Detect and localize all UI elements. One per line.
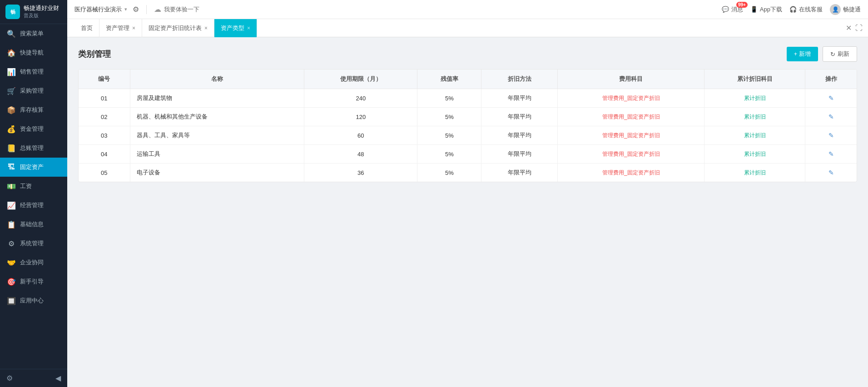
tab-assettype[interactable]: 资产类型× [214,19,257,37]
company-selector[interactable]: 医疗器械行业演示 ▾ [74,5,127,14]
edit-icon[interactable]: ✎ [828,94,834,102]
collapse-icon[interactable]: ◀ [55,374,61,382]
cell-name: 电子设备 [130,164,304,182]
cell-expense: 管理费用_固定资产折旧 [558,126,704,145]
sidebar-item-payroll[interactable]: 💵 工资 [0,177,67,196]
cell-code: 04 [79,145,130,164]
sidebar-item-fixed[interactable]: 🏗 固定资产 [0,158,67,177]
sidebar-item-system[interactable]: ⚙ 系统管理 [0,234,67,253]
user-menu[interactable]: 👤 畅捷通 [830,4,861,15]
messages-button[interactable]: 💬 消息 99+ [722,5,743,14]
sidebar-label-guide: 新手引导 [20,278,44,286]
tab-close-depreciation[interactable]: × [204,25,208,31]
guide-icon: 🎯 [7,278,15,286]
cell-code: 01 [79,89,130,108]
basic-icon: 📋 [7,220,15,228]
sidebar-label-purchase: 采购管理 [20,87,44,95]
ledger-icon: 📒 [7,144,15,152]
sidebar-item-enterprise[interactable]: 🤝 企业协同 [0,253,67,272]
chevron-down-icon: ▾ [124,6,127,12]
table-row: 04运输工具485%年限平均管理费用_固定资产折旧累计折旧✎ [79,145,857,164]
edit-icon[interactable]: ✎ [828,132,834,139]
page-header: 类别管理 + 新增 ↻ 刷新 [78,46,857,62]
edit-icon[interactable]: ✎ [828,169,834,176]
tab-home[interactable]: 首页 [74,19,99,37]
sidebar-label-inventory: 库存核算 [20,106,44,114]
tab-label-assets: 资产管理 [106,24,129,32]
table-header-row: 编号名称使用期限（月）残值率折旧方法费用科目累计折旧科目操作 [79,69,857,89]
sidebar-item-apps[interactable]: 🔲 应用中心 [0,291,67,310]
table-row: 03器具、工具、家具等605%年限平均管理费用_固定资产折旧累计折旧✎ [79,126,857,145]
cell-life: 240 [304,89,417,108]
tab-label-depreciation: 固定资产折旧统计表 [149,24,202,32]
refresh-button[interactable]: ↻ 刷新 [823,46,857,62]
sidebar-item-search[interactable]: 🔍 搜索菜单 [0,24,67,43]
fixed-icon: 🏗 [7,163,15,171]
tab-label-home: 首页 [81,24,93,32]
messages-badge: 99+ [736,2,748,8]
content-area: 类别管理 + 新增 ↻ 刷新 编号名称使用期限（月）残值率折旧方法费用科目累计折… [67,37,868,387]
sidebar-label-payroll: 工资 [20,182,32,190]
tab-close-assets[interactable]: × [132,25,135,31]
logo-title: 畅捷通好业财 [24,5,59,12]
expand-icon[interactable]: ⛶ [855,24,863,32]
tab-depreciation[interactable]: 固定资产折旧统计表× [142,19,214,37]
username: 畅捷通 [843,5,861,14]
sidebar-nav: 🔍 搜索菜单 🏠 快捷导航 📊 销售管理 🛒 采购管理 📦 库存核算 💰 资金管… [0,24,67,369]
cell-method: 年限平均 [481,145,558,164]
cell-code: 02 [79,108,130,126]
experience-icon: ☁ [154,5,161,14]
logo-icon: 畅 [5,5,20,19]
cell-name: 运输工具 [130,145,304,164]
sidebar-item-guide[interactable]: 🎯 新手引导 [0,272,67,291]
cell-name: 器具、工具、家具等 [130,126,304,145]
col-accum: 累计折旧科目 [704,69,805,89]
app-download-label: App下载 [760,5,782,14]
refresh-icon: ↻ [830,51,835,58]
quicknav-icon: 🏠 [7,49,15,57]
online-service-button[interactable]: 🎧 在线客服 [789,5,823,14]
sidebar-item-funds[interactable]: 💰 资金管理 [0,119,67,139]
sales-icon: 📊 [7,68,15,76]
inventory-icon: 📦 [7,106,15,114]
edit-icon[interactable]: ✎ [828,113,834,120]
payroll-icon: 💵 [7,182,15,190]
table-row: 01房屋及建筑物2405%年限平均管理费用_固定资产折旧累计折旧✎ [79,89,857,108]
cell-action: ✎ [805,164,857,182]
cell-life: 60 [304,126,417,145]
new-button[interactable]: + 新增 [787,47,818,61]
tab-close-assettype[interactable]: × [247,25,250,31]
sidebar-item-operations[interactable]: 📈 经营管理 [0,196,67,215]
app-download-button[interactable]: 📱 App下载 [750,5,782,14]
sidebar-item-inventory[interactable]: 📦 库存核算 [0,100,67,119]
edit-icon[interactable]: ✎ [828,150,834,158]
sidebar-item-sales[interactable]: 📊 销售管理 [0,62,67,81]
experience-button[interactable]: ☁ 我要体验一下 [154,5,199,14]
tab-assets[interactable]: 资产管理× [99,19,142,37]
sidebar-label-ledger: 总账管理 [20,144,44,152]
col-name: 名称 [130,69,304,89]
sidebar-item-basic[interactable]: 📋 基础信息 [0,215,67,234]
topbar-gear-icon[interactable]: ⚙ [133,5,139,14]
sidebar: 畅 畅捷通好业财 普及版 🔍 搜索菜单 🏠 快捷导航 📊 销售管理 🛒 采购管理… [0,0,67,387]
download-icon: 📱 [750,6,758,13]
sidebar-item-ledger[interactable]: 📒 总账管理 [0,139,67,158]
avatar: 👤 [830,4,841,15]
table-row: 05电子设备365%年限平均管理费用_固定资产折旧累计折旧✎ [79,164,857,182]
close-panel-icon[interactable]: ✕ [846,24,852,32]
cell-method: 年限平均 [481,89,558,108]
sidebar-bottom: ⚙ ◀ [0,369,67,387]
cell-residual: 5% [417,108,481,126]
cell-action: ✎ [805,126,857,145]
cell-expense: 管理费用_固定资产折旧 [558,145,704,164]
sidebar-item-purchase[interactable]: 🛒 采购管理 [0,81,67,100]
cell-action: ✎ [805,89,857,108]
sidebar-label-sales: 销售管理 [20,68,44,76]
col-life: 使用期限（月） [304,69,417,89]
settings-icon[interactable]: ⚙ [6,374,13,382]
service-icon: 🎧 [789,6,797,13]
sidebar-item-quicknav[interactable]: 🏠 快捷导航 [0,43,67,62]
tabs-bar: 首页资产管理×固定资产折旧统计表×资产类型× ✕ ⛶ [67,19,868,37]
asset-type-table: 编号名称使用期限（月）残值率折旧方法费用科目累计折旧科目操作 01房屋及建筑物2… [78,69,857,182]
col-method: 折旧方法 [481,69,558,89]
